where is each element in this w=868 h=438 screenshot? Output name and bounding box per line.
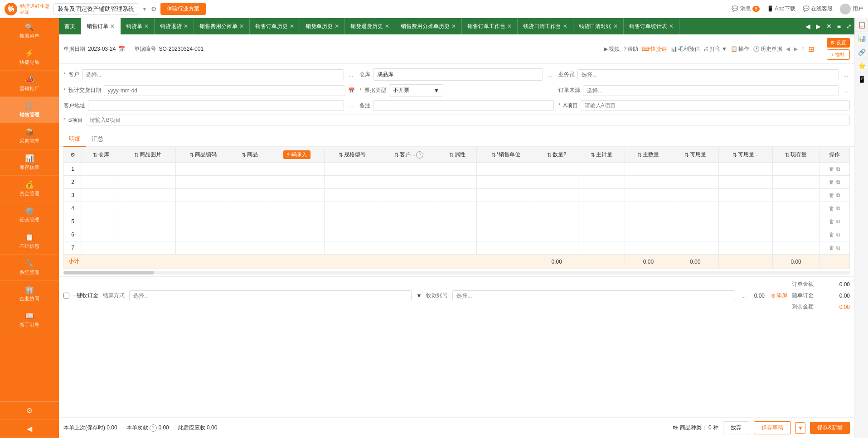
row-qty2-6[interactable] <box>535 228 578 241</box>
expand-btn[interactable]: ⊞ <box>808 45 814 53</box>
row-spec-1[interactable] <box>325 163 380 176</box>
row-qty2-1[interactable] <box>535 163 578 176</box>
settings-icon[interactable]: ⚙ <box>151 5 157 13</box>
copy-row-icon-5[interactable]: ⧉ <box>836 218 840 225</box>
right-action-3[interactable]: 🔗 <box>855 45 868 59</box>
row-sales-unit-6[interactable] <box>476 228 535 241</box>
profit-btn[interactable]: 📊 毛利预估 <box>670 45 700 53</box>
row-scan-2[interactable] <box>269 176 325 189</box>
sidebar-item-sales[interactable]: 🛒 销售管理 <box>0 97 59 123</box>
row-attribute-7[interactable] <box>438 241 476 255</box>
row-warehouse-5[interactable] <box>82 215 120 228</box>
row-current-stock-3[interactable] <box>772 189 819 202</box>
row-available-qty-5[interactable] <box>672 215 718 228</box>
row-available-qty2-4[interactable] <box>718 202 772 215</box>
sidebar-item-settings[interactable]: ⚙ <box>0 402 59 420</box>
shortcut-btn[interactable]: ⌨ 快捷键 <box>642 45 667 53</box>
print-btn[interactable]: 🖨 打印 ▼ <box>703 45 727 53</box>
row-attribute-4[interactable] <box>438 202 476 215</box>
row-available-qty2-5[interactable] <box>718 215 772 228</box>
th-current-stock[interactable]: ⇅ 现存量 <box>772 147 819 163</box>
staff-expand-btn[interactable]: ... <box>842 72 850 78</box>
row-main-qty-4[interactable] <box>625 202 672 215</box>
row-customer-code-5[interactable] <box>380 215 438 228</box>
row-main-unit-1[interactable] <box>578 163 625 176</box>
row-product-code-4[interactable] <box>175 202 231 215</box>
row-available-qty2-3[interactable] <box>718 189 772 202</box>
row-warehouse-3[interactable] <box>82 189 120 202</box>
row-product-image-5[interactable] <box>120 215 175 228</box>
row-product-5[interactable] <box>231 215 269 228</box>
sidebar-item-guide[interactable]: 📖 新手引导 <box>0 307 59 333</box>
row-customer-code-7[interactable] <box>380 241 438 255</box>
row-product-4[interactable] <box>231 202 269 215</box>
row-warehouse-1[interactable] <box>82 163 120 176</box>
customer-input[interactable] <box>82 69 344 80</box>
operate-btn[interactable]: 📋 操作 <box>731 45 749 53</box>
tab-sales-refund-history[interactable]: 销货退货历史 ✕ <box>345 18 395 34</box>
copy-row-icon-2[interactable]: ⧉ <box>836 179 840 185</box>
nav-next-btn[interactable]: ▶ <box>794 46 798 52</box>
row-attribute-5[interactable] <box>438 215 476 228</box>
row-available-qty2-7[interactable] <box>718 241 772 255</box>
scan-btn[interactable]: 扫码录入 <box>283 150 310 159</box>
delete-row-icon-5[interactable]: 🗑 <box>829 218 834 225</box>
right-action-1[interactable]: 📋 <box>855 18 868 32</box>
copy-row-icon-4[interactable]: ⧉ <box>836 205 840 212</box>
tab-sales-expense-split[interactable]: 销售费用分摊单 ✕ <box>194 18 250 34</box>
one-click-deposit-checkbox[interactable]: 一键收订金 <box>63 292 98 299</box>
th-product-code[interactable]: ⇅ 商品编码 <box>175 147 231 163</box>
row-customer-code-3[interactable] <box>380 189 438 202</box>
online-service-btn[interactable]: 💬 在线客服 <box>803 5 833 13</box>
sidebar-item-base[interactable]: 📋 基础信息 <box>0 228 59 255</box>
th-main-unit[interactable]: ⇅ 主计量 <box>578 147 625 163</box>
staff-input[interactable] <box>577 69 839 80</box>
sidebar-item-quick[interactable]: ⚡ 快捷导航 <box>0 44 59 71</box>
delete-row-icon-2[interactable]: 🗑 <box>829 179 834 185</box>
row-available-qty2-1[interactable] <box>718 163 772 176</box>
row-available-qty-3[interactable] <box>672 189 718 202</box>
row-main-qty-6[interactable] <box>625 228 672 241</box>
row-warehouse-6[interactable] <box>82 228 120 241</box>
sidebar-item-purchase[interactable]: 📦 采购管理 <box>0 123 59 149</box>
system-name[interactable]: 装备及固定资产辅助管理系统 <box>53 3 138 15</box>
help-btn[interactable]: ? 帮助 <box>623 45 638 53</box>
th-sales-unit[interactable]: ⇅ *销售单位 <box>476 147 535 163</box>
row-sales-unit-7[interactable] <box>476 241 535 255</box>
row-scan-4[interactable] <box>269 202 325 215</box>
order-source-expand-btn[interactable]: ... <box>842 87 850 94</box>
row-qty2-5[interactable] <box>535 215 578 228</box>
row-product-code-2[interactable] <box>175 176 231 189</box>
row-spec-4[interactable] <box>325 202 380 215</box>
row-main-unit-4[interactable] <box>578 202 625 215</box>
tab-sales-order-stats[interactable]: 销售订单统计表 ✕ <box>624 18 679 34</box>
sidebar-item-collapse[interactable]: ◀ <box>0 420 59 438</box>
row-main-qty-2[interactable] <box>625 176 672 189</box>
tab-detail[interactable]: 明细 <box>63 132 86 147</box>
tab-sales-order-history[interactable]: 销售订单历史 ✕ <box>250 18 300 34</box>
view-video-btn[interactable]: ▶ 视频 <box>604 45 620 53</box>
row-qty2-4[interactable] <box>535 202 578 215</box>
row-main-unit-6[interactable] <box>578 228 625 241</box>
calendar-icon[interactable]: 📅 <box>348 87 355 94</box>
th-main-qty[interactable]: ⇅ 主数量 <box>625 147 672 163</box>
address-input[interactable] <box>88 100 344 111</box>
row-available-qty-1[interactable] <box>672 163 718 176</box>
th-product-image[interactable]: ⇅ 商品图片 <box>120 147 175 163</box>
message-btn[interactable]: 💬 消息 9 <box>732 5 759 13</box>
th-attribute[interactable]: ⇅ 属性 <box>438 147 476 163</box>
row-product-image-4[interactable] <box>120 202 175 215</box>
save-draft-dropdown-btn[interactable]: ▼ <box>795 422 805 434</box>
discard-button[interactable]: 放弃 <box>723 421 749 434</box>
delivery-date-input[interactable] <box>104 85 345 96</box>
row-available-qty2-6[interactable] <box>718 228 772 241</box>
row-spec-2[interactable] <box>325 176 380 189</box>
sidebar-item-enterprise[interactable]: 🏢 企业协同 <box>0 281 59 307</box>
row-scan-7[interactable] <box>269 241 325 255</box>
row-product-image-2[interactable] <box>120 176 175 189</box>
tab-summary[interactable]: 汇总 <box>86 132 109 147</box>
row-available-qty2-2[interactable] <box>718 176 772 189</box>
row-customer-code-4[interactable] <box>380 202 438 215</box>
tab-close-btn[interactable]: ✕ <box>824 23 834 30</box>
row-sales-unit-5[interactable] <box>476 215 535 228</box>
